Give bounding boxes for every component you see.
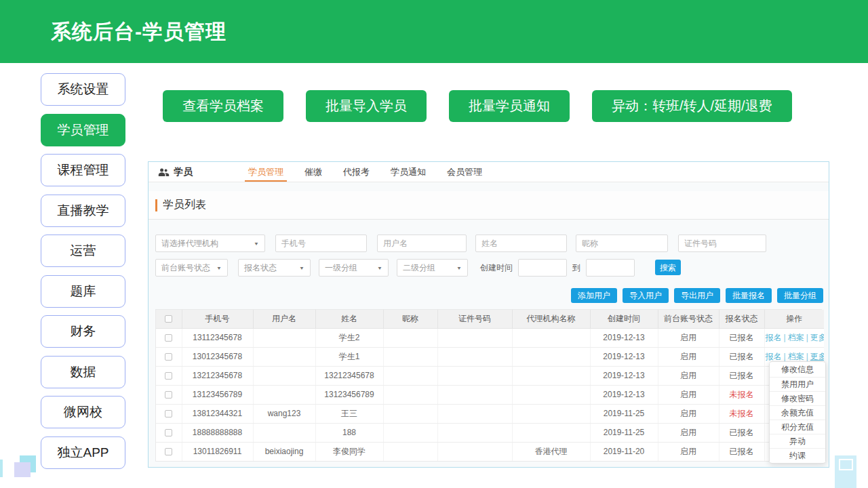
filter-select[interactable]: 请选择代理机构▼ <box>155 235 265 252</box>
row-checkbox[interactable] <box>165 391 172 399</box>
filter-select-placeholder: 前台账号状态 <box>161 262 210 274</box>
decor-square-lavender <box>14 462 31 477</box>
select-all-checkbox[interactable] <box>165 315 172 323</box>
decor-square-edge <box>0 460 3 477</box>
context-menu-item[interactable]: 异动 <box>770 434 825 448</box>
column-header: 用户名 <box>253 310 315 328</box>
search-button[interactable]: 搜索 <box>655 260 681 275</box>
cell-created: 2019-12-13 <box>590 328 658 347</box>
filter-input[interactable] <box>678 235 766 252</box>
date-from-input[interactable] <box>518 259 567 277</box>
cell-created: 2019-11-20 <box>590 442 658 461</box>
checkbox-cell <box>156 423 182 442</box>
checkbox-cell <box>156 442 182 461</box>
section-accent-bar <box>155 199 157 211</box>
tab[interactable]: 催缴 <box>303 162 323 182</box>
bulk-action-button[interactable]: 批量报名 <box>726 288 772 303</box>
sidebar-item[interactable]: 运营 <box>41 235 125 267</box>
sidebar-item[interactable]: 直播教学 <box>41 195 125 227</box>
enroll-status-badge: 已报名 <box>730 447 754 456</box>
sidebar-item[interactable]: 题库 <box>41 275 125 308</box>
sidebar-item[interactable]: 学员管理 <box>41 114 125 146</box>
filter-input[interactable] <box>576 235 668 252</box>
quick-action-button[interactable]: 批量导入学员 <box>306 90 427 122</box>
table-row: 13812344321wang123王三2019-11-25启用未报名 <box>156 404 824 423</box>
filter-input[interactable] <box>475 235 567 252</box>
cell-id-number <box>437 347 512 366</box>
enroll-status-badge: 已报名 <box>730 428 754 437</box>
cell-enroll-status: 未报名 <box>719 385 764 404</box>
cell-enroll-status: 已报名 <box>719 328 764 347</box>
sidebar-item[interactable]: 财务 <box>41 315 125 348</box>
sidebar-item[interactable]: 独立APP <box>41 436 125 469</box>
cell-nickname <box>383 366 437 385</box>
date-to-input[interactable] <box>586 259 635 277</box>
bulk-action-button[interactable]: 批量分组 <box>777 288 823 303</box>
filter-select-placeholder: 请选择代理机构 <box>161 238 218 249</box>
column-header: 代理机构名称 <box>512 310 590 328</box>
bulk-action-button[interactable]: 导入用户 <box>623 288 669 303</box>
filter-input[interactable] <box>275 235 367 252</box>
cell-id-number <box>437 366 512 385</box>
cell-id-number <box>437 385 512 404</box>
cell-id-number <box>437 423 512 442</box>
row-checkbox[interactable] <box>165 334 172 342</box>
tab[interactable]: 代报考 <box>342 162 371 182</box>
column-header: 姓名 <box>315 310 383 328</box>
row-action-link[interactable]: 更多 <box>810 352 824 361</box>
row-checkbox[interactable] <box>165 372 172 380</box>
row-action-link[interactable]: 报名 <box>766 352 782 361</box>
row-checkbox[interactable] <box>165 353 172 361</box>
row-action-link[interactable]: 更多 <box>810 333 824 342</box>
action-separator: | <box>806 333 808 342</box>
column-header: 报名状态 <box>719 310 764 328</box>
context-menu-item[interactable]: 积分充值 <box>770 420 825 434</box>
section-head: 学员列表 <box>149 191 829 220</box>
cell-enroll-status: 未报名 <box>719 404 764 423</box>
cell-phone: 13812344321 <box>182 404 253 423</box>
tab[interactable]: 会员管理 <box>446 162 484 182</box>
context-menu-item[interactable]: 修改信息 <box>770 363 825 377</box>
filter-input[interactable] <box>377 235 467 252</box>
table-row: 13011826911beixiaojing李俊同学香港代理2019-11-20… <box>156 442 824 461</box>
column-header: 证件号码 <box>437 310 512 328</box>
filter-row-2: 前台账号状态▼报名状态▼一级分组▼二级分组▼创建时间到 <box>155 259 635 277</box>
filter-select[interactable]: 二级分组▼ <box>397 259 468 277</box>
bulk-action-button[interactable]: 添加用户 <box>571 288 617 303</box>
chevron-down-icon: ▼ <box>456 265 462 270</box>
context-menu-item[interactable]: 修改密码 <box>770 391 825 405</box>
table-row: 13123456789131234567892019-12-13启用未报名 <box>156 385 824 404</box>
tab[interactable]: 学员通知 <box>389 162 427 182</box>
filter-select[interactable]: 前台账号状态▼ <box>155 259 228 277</box>
date-to-label: 到 <box>572 262 580 274</box>
cell-name: 学生1 <box>315 347 383 366</box>
table-body: 13112345678学生22019-12-13启用已报名报名|档案|更多130… <box>156 328 824 461</box>
filter-select[interactable]: 报名状态▼ <box>238 259 311 277</box>
row-action-link[interactable]: 档案 <box>788 333 804 342</box>
sidebar-item[interactable]: 微网校 <box>41 396 125 428</box>
bulk-action-button[interactable]: 导出用户 <box>674 288 720 303</box>
context-menu-item[interactable]: 余额充值 <box>770 405 825 420</box>
sidebar-item[interactable]: 课程管理 <box>41 154 125 186</box>
cell-account-status: 启用 <box>658 404 719 423</box>
row-checkbox[interactable] <box>165 448 172 455</box>
filter-select[interactable]: 一级分组▼ <box>319 259 389 277</box>
row-checkbox[interactable] <box>165 410 172 418</box>
sidebar-item[interactable]: 系统设置 <box>41 73 125 106</box>
cell-nickname <box>383 442 437 461</box>
row-action-link[interactable]: 报名 <box>766 333 782 342</box>
tab[interactable]: 学员管理 <box>247 162 285 182</box>
row-action-link[interactable]: 档案 <box>788 352 804 361</box>
context-menu-item[interactable]: 约课 <box>770 448 825 462</box>
bulk-actions-row: 添加用户导入用户导出用户批量报名批量分组 <box>571 288 823 303</box>
row-checkbox[interactable] <box>165 429 172 436</box>
quick-action-button[interactable]: 异动：转班/转人/延期/退费 <box>592 90 792 122</box>
cell-nickname <box>383 404 437 423</box>
sidebar-item[interactable]: 数据 <box>41 356 125 388</box>
quick-action-button[interactable]: 批量学员通知 <box>449 90 570 122</box>
enroll-status-badge: 已报名 <box>730 352 754 361</box>
context-menu-item[interactable]: 禁用用户 <box>770 377 825 391</box>
quick-action-button[interactable]: 查看学员档案 <box>163 90 283 122</box>
table-row: 188888888881882019-11-25启用已报名 <box>156 423 824 442</box>
column-header: 前台账号状态 <box>658 310 719 328</box>
